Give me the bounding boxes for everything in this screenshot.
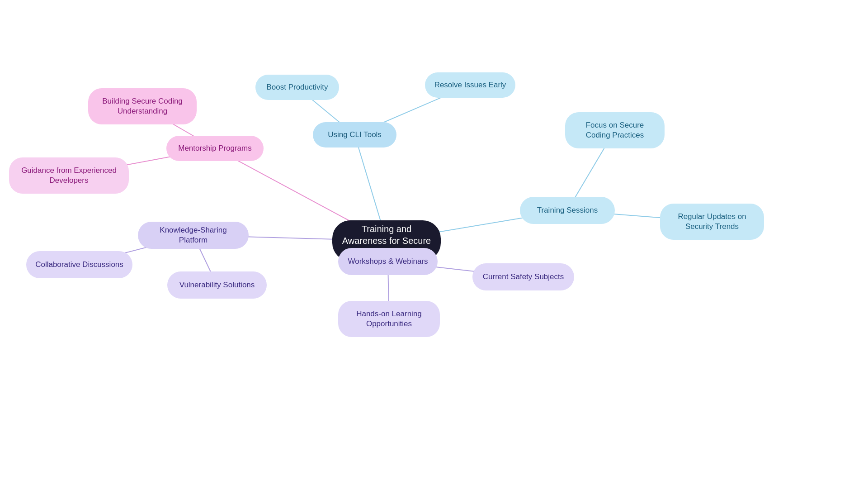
node-vulnerability-solutions: Vulnerability Solutions — [167, 271, 267, 299]
node-knowledge-sharing: Knowledge-Sharing Platform — [138, 222, 249, 249]
node-resolve-issues-early: Resolve Issues Early — [425, 72, 515, 98]
node-hands-on-learning: Hands-on Learning Opportunities — [338, 301, 440, 337]
node-regular-updates: Regular Updates on Security Trends — [660, 204, 764, 240]
node-training-sessions: Training Sessions — [520, 197, 615, 224]
node-building-secure-coding: Building Secure Coding Understanding — [88, 88, 197, 124]
node-focus-secure-coding: Focus on Secure Coding Practices — [565, 112, 665, 148]
node-boost-productivity: Boost Productivity — [255, 75, 339, 100]
node-workshops-webinars: Workshops & Webinars — [338, 248, 438, 275]
node-current-safety-subjects: Current Safety Subjects — [472, 263, 574, 290]
node-guidance-experienced: Guidance from Experienced Developers — [9, 157, 129, 194]
node-collaborative-discussions: Collaborative Discussions — [26, 251, 132, 278]
mindmap-container: Training and Awareness for Secure Coding… — [0, 0, 868, 490]
node-using-cli-tools: Using CLI Tools — [313, 122, 396, 147]
node-mentorship-programs: Mentorship Programs — [166, 136, 264, 161]
